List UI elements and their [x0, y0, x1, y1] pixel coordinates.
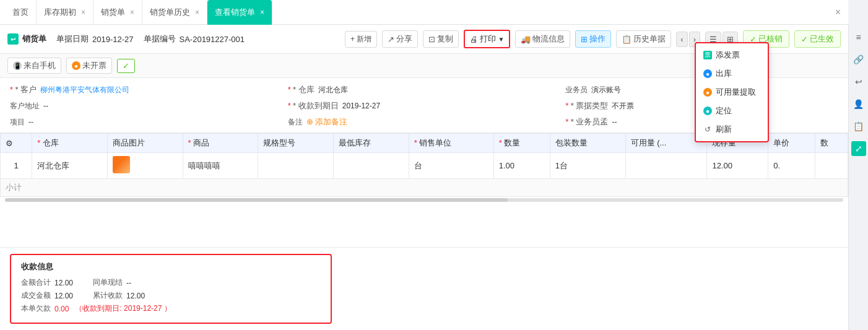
print-icon: 🖨 [470, 35, 478, 44]
col-settings: ⚙ [1, 134, 32, 153]
col-sales-unit: * 销售单位 [409, 134, 493, 153]
share-button[interactable]: ↗ 分享 [382, 30, 418, 48]
payment-row-3: 本单欠款 0.00 （收款到期日: 2019-12-27 ） [21, 303, 321, 314]
confirm-button[interactable]: ✓ [117, 59, 135, 73]
row-spec [258, 153, 334, 179]
product-image [113, 156, 130, 173]
address-value: -- [43, 102, 48, 110]
print-button[interactable]: 🖨 打印 ▼ [464, 30, 510, 48]
sidebar-icon-5[interactable]: 📋 [851, 119, 866, 134]
deal-amount-item: 成交金额 12.00 [21, 290, 73, 301]
project-value: -- [28, 118, 33, 126]
confirm-icon: ✓ [123, 61, 129, 71]
add-invoice-icon: 票 [703, 51, 712, 59]
note-field: 备注 ⊕ 添加备注 [288, 116, 561, 128]
cumulative-receipt-item: 累计收款 12.00 [93, 290, 145, 301]
available-extract-label: 可用量提取 [716, 87, 756, 98]
due-date-value: 2019-12-27 [342, 102, 380, 110]
customer-label: * * 客户 [10, 84, 37, 95]
address-field: 客户地址 -- [10, 101, 283, 111]
deal-amount-label: 成交金额 [21, 290, 51, 301]
add-invoice-item[interactable]: 票 添发票 [696, 46, 768, 64]
sidebar-icon-4[interactable]: 👤 [851, 97, 866, 111]
row-min-stock [333, 153, 409, 179]
warehouse-label: * * 仓库 [288, 84, 315, 95]
col-unit-price: 单价 [768, 134, 815, 153]
row-seq: 1 [1, 153, 32, 179]
effective-status-button[interactable]: ✓ 已生效 [794, 30, 841, 48]
logistics-icon: 🚚 [521, 35, 531, 44]
row-available [625, 153, 707, 179]
not-open-button[interactable]: ● 未开票 [66, 58, 112, 74]
outbound-label: 出库 [716, 68, 732, 79]
add-note-button[interactable]: ⊕ 添加备注 [306, 116, 347, 128]
due-date-label: * * 收款到期日 [288, 100, 339, 111]
prev-button[interactable]: ‹ [676, 32, 687, 47]
col-pack-qty: 包装数量 [550, 134, 625, 153]
total-amount-value: 12.00 [54, 279, 73, 287]
operate-icon: ⊞ [581, 35, 588, 44]
tab-home[interactable]: 首页 [5, 0, 37, 25]
sidebar-icon-6[interactable]: ⤢ [851, 141, 866, 156]
sidebar-icon-2[interactable]: 🔗 [851, 52, 866, 67]
employee-value: 演示账号 [591, 85, 621, 95]
sidebar-icon-1[interactable]: ≡ [851, 30, 866, 45]
col-quantity: * 数量 [493, 134, 550, 153]
tab-view-sales[interactable]: 查看销货单 × [207, 0, 272, 25]
logistics-button[interactable]: 🚚 物流信息 [515, 30, 570, 48]
tab-bar: 首页 库存期初 × 销货单 × 销货单历史 × 查看销货单 × × [0, 0, 848, 25]
outbound-icon: ● [703, 69, 712, 78]
order-debt-label: 本单欠款 [21, 303, 51, 314]
doc-number-meta: 单据编号 SA-20191227-001 [144, 33, 245, 45]
refresh-icon: ↺ [703, 125, 712, 134]
subtotal-label: 小计 [1, 179, 848, 197]
warehouse-field: * * 仓库 河北仓库 [288, 84, 561, 95]
customer-value[interactable]: 柳州粤港平安气体有限公司 [40, 85, 129, 95]
row-unit-price: 0. [768, 153, 815, 179]
total-amount-item: 金额合计 12.00 [21, 277, 73, 288]
sidebar-icon-3[interactable]: ↩ [851, 74, 866, 89]
table-row: 1 河北仓库 嘻嘻嘻嘻 台 1.00 1台 12.00 0. [1, 153, 848, 179]
operate-button[interactable]: ⊞ 操作 [575, 30, 611, 48]
print-dropdown-arrow: ▼ [498, 36, 504, 43]
new-button[interactable]: + 新增 [345, 31, 377, 48]
locate-item[interactable]: ● 定位 [696, 102, 768, 120]
refresh-label: 刷新 [716, 124, 732, 135]
horizontal-scrollbar[interactable] [5, 198, 843, 202]
scroll-thumb [5, 198, 508, 202]
outbound-item[interactable]: ● 出库 [696, 64, 768, 83]
tab-sales-order[interactable]: 销货单 × [93, 0, 142, 25]
row-product-img [107, 153, 183, 179]
due-date-field: * * 收款到期日 2019-12-27 [288, 100, 561, 111]
product-table: ⚙ * 仓库 商品图片 * 商品 规格型号 最低库存 * 销售单位 * 数量 包… [0, 133, 848, 197]
col-product: * 商品 [183, 134, 258, 153]
from-phone-button[interactable]: 📱 来自手机 [7, 58, 61, 74]
same-order-settle-label: 同单现结 [93, 277, 123, 288]
payment-title: 收款信息 [21, 261, 321, 272]
payment-row-1: 金额合计 12.00 同单现结 -- [21, 277, 321, 288]
copy-button[interactable]: ⊡ 复制 [423, 30, 459, 48]
history-button[interactable]: 📋 历史单据 [616, 30, 671, 48]
check-icon-effective: ✓ [801, 35, 808, 44]
doc-title-text: 销货单 [22, 33, 46, 45]
operate-dropdown: 票 添发票 ● 出库 ● 可用量提取 ● 定位 ↺ 刷新 [695, 42, 769, 142]
project-label: 项目 [10, 117, 25, 128]
address-label: 客户地址 [10, 101, 40, 111]
deal-amount-value: 12.00 [54, 292, 73, 300]
same-order-settle-value: -- [126, 279, 131, 287]
employee-label: 业务员 [565, 85, 588, 95]
ticket-type-value: 不开票 [612, 101, 634, 111]
tab-close-inventory[interactable]: × [81, 8, 85, 17]
col-warehouse: * 仓库 [32, 134, 108, 153]
product-table-container: ⚙ * 仓库 商品图片 * 商品 规格型号 最低库存 * 销售单位 * 数量 包… [0, 132, 848, 247]
tab-close-history[interactable]: × [195, 8, 199, 17]
tab-close-sales[interactable]: × [130, 8, 134, 17]
tab-inventory-start[interactable]: 库存期初 × [37, 0, 93, 25]
note-label: 备注 [288, 117, 303, 128]
window-close-button[interactable]: × [835, 7, 841, 18]
available-extract-item[interactable]: ● 可用量提取 [696, 83, 768, 102]
doc-title: ↩ 销货单 [7, 33, 46, 45]
tab-sales-history[interactable]: 销货单历史 × [142, 0, 207, 25]
tab-close-view-sales[interactable]: × [260, 8, 264, 17]
refresh-item[interactable]: ↺ 刷新 [696, 120, 768, 139]
